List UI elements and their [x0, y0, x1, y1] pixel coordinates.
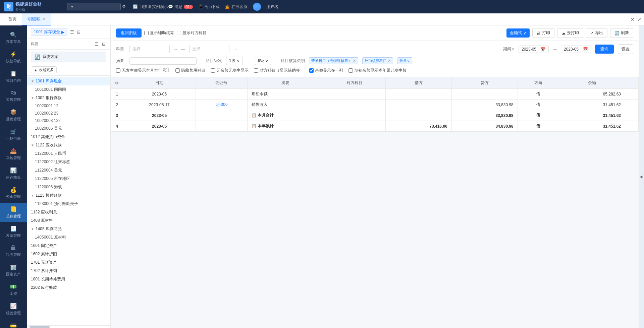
- sidebar-item-expense[interactable]: 💳 小畅报销: [0, 319, 27, 328]
- message-btn[interactable]: 💬 消息 99+: [168, 4, 193, 10]
- level-to-select[interactable]: 6级 ∨: [255, 57, 272, 65]
- sidebar-item-project[interactable]: 📋 项目合同: [0, 67, 27, 86]
- tree-node-10020002[interactable]: 10020002 23: [27, 110, 110, 117]
- checkbox-hide-disabled[interactable]: 隐藏禁用科目: [175, 68, 205, 73]
- checkbox-opening-balance-input[interactable]: [348, 68, 353, 73]
- amount-mode-btn[interactable]: 金额式 ∨: [506, 28, 530, 38]
- checkbox-balance-one-col[interactable]: 余额显示在一列: [309, 68, 343, 73]
- checkbox-hide-disabled-input[interactable]: [175, 68, 180, 73]
- sidebar-item-invoice[interactable]: 🧾 发票管理: [0, 222, 27, 242]
- tree-node-1601[interactable]: 1601 固定资产: [27, 242, 110, 250]
- tree-node-1602[interactable]: 1602 累计折旧: [27, 250, 110, 258]
- checkbox-opposite-subject[interactable]: 对方科目（显示辅助项）: [254, 68, 304, 73]
- subject-to-input[interactable]: 选择...: [189, 45, 229, 53]
- return-old-btn[interactable]: 退回旧版: [116, 28, 142, 38]
- collapse-more-btn[interactable]: ▲ 收起更多: [31, 66, 57, 73]
- tab-expand-btn[interactable]: ⤢: [637, 17, 641, 22]
- app-download-btn[interactable]: 📱 App下载: [198, 4, 220, 10]
- tree-node-1012[interactable]: 1012 其他货币资金: [27, 133, 110, 141]
- tab-ledger[interactable]: 明细账 ✕: [22, 13, 51, 25]
- tab-close-btn[interactable]: ✕: [43, 17, 46, 21]
- filter-tag-close-0[interactable]: ✕: [353, 59, 356, 63]
- export-btn[interactable]: ↗ 导出: [586, 28, 607, 38]
- subject-from-input[interactable]: 选择...: [129, 45, 170, 53]
- tree-search-icon[interactable]: ⊟: [101, 41, 106, 47]
- tree-node-1403[interactable]: 1403 原材料: [27, 216, 110, 225]
- current-account-tag[interactable]: 1001 库存现金 ▶: [31, 28, 67, 36]
- sidebar-item-finance[interactable]: 💰 资金管理: [0, 183, 27, 203]
- checkbox-no-balance-input[interactable]: [211, 68, 215, 73]
- tree-node-10010001[interactable]: 10010001 同同同: [27, 85, 110, 94]
- sidebar-item-purchase[interactable]: 📥 采购管理: [0, 144, 27, 164]
- tree-node-11220006[interactable]: 11220006 游戏: [27, 183, 110, 191]
- period-to-input[interactable]: 2023-05 📅: [561, 46, 591, 53]
- show-aux-input[interactable]: [144, 31, 149, 35]
- tree-node-11230001[interactable]: 11230001 预付账款美子: [27, 200, 110, 208]
- tree-node-11220005[interactable]: 11220005 所在地区: [27, 175, 110, 183]
- checkbox-no-amount-input[interactable]: [116, 68, 120, 73]
- tree-node-10020001[interactable]: 10020001 12: [27, 102, 110, 110]
- filter-tag-close-1[interactable]: ✕: [388, 59, 391, 63]
- tree-node-11220004[interactable]: 11220004 美元: [27, 166, 110, 175]
- show-opposite-input[interactable]: [177, 31, 181, 35]
- tab-close-window-btn[interactable]: ✕: [631, 17, 635, 22]
- cloud-print-btn[interactable]: ☁ 云打印: [557, 28, 583, 38]
- filter-tag-0[interactable]: 普通科目（无特殊核算） ✕: [309, 57, 358, 64]
- tree-node-1123[interactable]: ▼ 1123 预付账款: [27, 191, 110, 200]
- tree-node-10020006[interactable]: 10020006 美元: [27, 124, 110, 133]
- right-collapse-panel[interactable]: ◀: [639, 25, 644, 328]
- sidebar-item-search[interactable]: 🔍 搜索菜单: [0, 28, 27, 48]
- tree-node-2202[interactable]: 2202 应付账款: [27, 283, 110, 292]
- demo-link[interactable]: 🔄 我要看实例演示: [133, 4, 168, 10]
- filter-tag-2[interactable]: 数量∨: [397, 57, 412, 64]
- tree-node-10020003[interactable]: 10020003 122: [27, 117, 110, 124]
- top-search[interactable]: ▼: [67, 3, 121, 10]
- tree-node-11220002[interactable]: 11220002 往来标签: [27, 158, 110, 166]
- query-btn[interactable]: 查询: [595, 45, 614, 54]
- sidebar-item-salary[interactable]: 💵 工资: [0, 280, 27, 300]
- show-opposite-checkbox[interactable]: 显示对方科目: [177, 30, 207, 36]
- show-aux-checkbox[interactable]: 显示辅助核算: [144, 30, 174, 36]
- avatar[interactable]: 用: [253, 3, 261, 11]
- tree-list-btn[interactable]: ☰: [69, 29, 75, 35]
- col-settings[interactable]: ⚙: [111, 77, 123, 89]
- sidebar-item-quick-nav[interactable]: ⚡ 快捷导航: [0, 48, 27, 67]
- checkbox-opening-balance[interactable]: 期初余额显示本年累计发生额: [348, 68, 407, 73]
- sidebar-item-retail[interactable]: 🛍 零售管理: [0, 86, 27, 106]
- tree-node-1701[interactable]: 1701 无形资产: [27, 258, 110, 267]
- voucher-link-2[interactable]: 记-006: [215, 102, 227, 107]
- tree-node-1002[interactable]: ▼ 1002 银行存款: [27, 94, 110, 102]
- refresh-btn[interactable]: 🔄 刷新: [610, 28, 633, 38]
- tree-node-11220001[interactable]: 11220001 人民币: [27, 149, 110, 158]
- settings-icon[interactable]: ⚙: [122, 4, 127, 9]
- sidebar-item-tax[interactable]: 🏛 税务管理: [0, 242, 27, 261]
- sidebar-item-ledger[interactable]: 📒 总账管理: [0, 203, 27, 222]
- tab-home[interactable]: 首页: [3, 13, 22, 25]
- sidebar-item-inventory[interactable]: 📊 库存核算: [0, 164, 27, 183]
- tree-node-1405[interactable]: ▼ 1405 库存商品: [27, 225, 110, 233]
- tree-filter-icon[interactable]: ☰: [94, 41, 99, 47]
- setting-btn[interactable]: 设置: [618, 44, 633, 54]
- period-from-input[interactable]: 2023-05 📅: [519, 46, 549, 53]
- checkbox-opposite-input[interactable]: [254, 68, 258, 73]
- sidebar-item-management[interactable]: 📈 经营管理: [0, 300, 27, 319]
- summary-input[interactable]: [129, 57, 197, 65]
- online-service-btn[interactable]: 💁 在线客服: [225, 4, 248, 10]
- tree-node-1132[interactable]: 1132 应收利息: [27, 208, 110, 216]
- sidebar-item-ecommerce[interactable]: 🛒 小畅电商: [0, 125, 27, 144]
- tree-node-1001[interactable]: ▼ 1001 库存现金: [27, 77, 110, 85]
- level-from-select[interactable]: 1级 ∨: [226, 57, 243, 65]
- sidebar-item-assets[interactable]: 🏢 固定资产: [0, 261, 27, 280]
- checkbox-no-amount[interactable]: 无发生额显示本月本年累计: [116, 68, 170, 73]
- tree-node-1702[interactable]: 1702 累计摊销: [27, 267, 110, 275]
- tree-node-14050001[interactable]: 14050001 原材料: [27, 233, 110, 242]
- print-btn[interactable]: 🖨 打印: [532, 28, 554, 38]
- tree-node-1801[interactable]: 1801 长期待摊费用: [27, 275, 110, 283]
- top-search-input[interactable]: [75, 4, 109, 9]
- tree-collapse-btn[interactable]: ⊟: [76, 29, 81, 35]
- filter-tag-1[interactable]: 外币核算科目 ✕: [362, 57, 393, 64]
- sidebar-item-wholesale[interactable]: 📦 批发管理: [0, 106, 27, 125]
- checkbox-balance-one-col-input[interactable]: [309, 68, 314, 73]
- checkbox-no-balance[interactable]: 无余额无发生显示: [211, 68, 249, 73]
- tree-scrollbar[interactable]: [27, 325, 110, 328]
